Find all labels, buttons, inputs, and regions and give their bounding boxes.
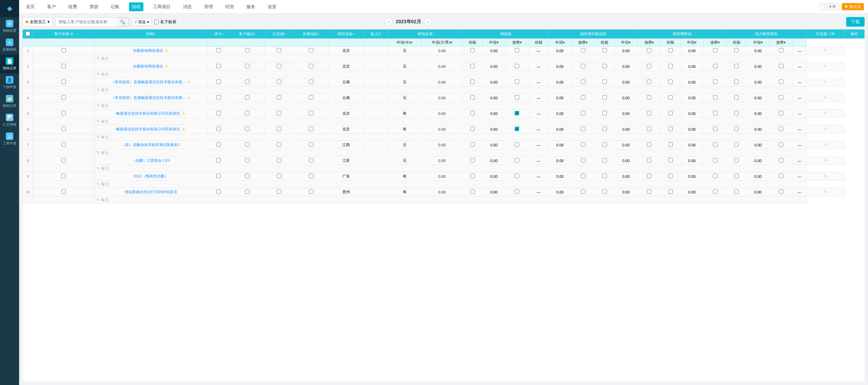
jyfj-apply-checkbox[interactable] xyxy=(647,95,651,100)
cwh-apply-checkbox[interactable] xyxy=(581,142,585,147)
nav-jingying[interactable]: 经营 xyxy=(223,2,237,11)
name-checkbox[interactable] xyxy=(154,20,159,24)
nav-gongshang[interactable]: 工商项目 xyxy=(150,2,173,11)
sidebar-item-gongshangnianba[interactable]: 🗂 工商年报 xyxy=(0,130,19,148)
jyfj-pay-checkbox[interactable] xyxy=(668,174,673,178)
search-button[interactable]: 🔍 xyxy=(117,18,129,26)
nav-xiaoxiao[interactable]: 消息 xyxy=(180,2,195,11)
edit-icon[interactable]: ✎ xyxy=(824,127,827,132)
caibao-annual-checkbox[interactable] xyxy=(470,142,475,147)
dffjj-pay-checkbox[interactable] xyxy=(734,127,739,131)
jyfj-apply-checkbox[interactable] xyxy=(647,174,651,178)
fullscreen-btn[interactable]: ⛶ 全屏 xyxy=(821,3,839,10)
cwh-pay-checkbox[interactable] xyxy=(602,142,607,147)
th-yhs-apply[interactable]: 申报▾ xyxy=(746,39,770,47)
yhs-apply-checkbox[interactable] xyxy=(779,189,783,194)
edit-note-icon[interactable]: ✎ xyxy=(97,103,100,108)
yhs-apply-checkbox[interactable] xyxy=(779,111,783,115)
company-link[interactable]: 勿删新锐网络通信 xyxy=(133,48,163,53)
dffjj-apply-checkbox[interactable] xyxy=(713,95,717,100)
qingka-checkbox[interactable] xyxy=(245,80,250,84)
qingka-checkbox[interactable] xyxy=(245,142,250,147)
zzs-apply-checkbox[interactable] xyxy=(515,111,519,115)
jyfj-apply-checkbox[interactable] xyxy=(647,189,651,194)
th-jyfj-apply[interactable]: 申报▾ xyxy=(614,39,638,47)
qingka-checkbox[interactable] xyxy=(245,174,250,178)
employee-filter[interactable]: 全部员工 ▾ xyxy=(23,17,53,27)
next-month-btn[interactable]: › xyxy=(424,18,432,26)
cwh-apply-checkbox[interactable] xyxy=(581,174,585,178)
nav-kehu[interactable]: 客户 xyxy=(44,2,59,11)
company-link[interactable]: （库存核算）直播畅捷通信息技术股份有限... xyxy=(111,96,185,100)
nav-baoshui[interactable]: 报税 xyxy=(129,2,143,11)
zzs-apply-checkbox[interactable] xyxy=(515,174,519,178)
chaoshui-checkbox[interactable] xyxy=(216,142,221,147)
cwh-pay-checkbox[interactable] xyxy=(602,48,607,53)
vip-btn[interactable]: ▶ 畅会员 xyxy=(842,3,864,10)
dffjj-apply-checkbox[interactable] xyxy=(713,127,717,131)
caibao-annual-checkbox[interactable] xyxy=(470,189,475,194)
edit-icon[interactable]: ✎ xyxy=(824,48,827,53)
cwh-pay-checkbox[interactable] xyxy=(602,158,607,162)
cwh-pay-checkbox[interactable] xyxy=(602,127,607,131)
chaoshui-checkbox[interactable] xyxy=(216,158,221,162)
jyfj-pay-checkbox[interactable] xyxy=(668,111,673,115)
yiwancheng-checkbox[interactable] xyxy=(309,174,313,178)
caibao-annual-checkbox[interactable] xyxy=(470,127,475,131)
cwh-apply-checkbox[interactable] xyxy=(581,127,585,131)
row-checkbox-4[interactable] xyxy=(61,111,66,115)
cwh-pay-checkbox[interactable] xyxy=(602,64,607,68)
jyfj-apply-checkbox[interactable] xyxy=(647,142,651,147)
edit-icon[interactable]: ✎ xyxy=(824,142,827,147)
company-link[interactable]: 2013（陶美劳勿删） xyxy=(133,174,168,178)
cwh-apply-checkbox[interactable] xyxy=(581,95,585,100)
zzs-apply-checkbox[interactable] xyxy=(515,64,519,68)
dffjj-pay-checkbox[interactable] xyxy=(734,80,739,84)
dffjj-pay-checkbox[interactable] xyxy=(734,189,739,194)
row-checkbox-1[interactable] xyxy=(61,64,66,68)
zzs-apply-checkbox[interactable] xyxy=(515,95,519,100)
yiwancheng-checkbox[interactable] xyxy=(309,142,313,147)
cwh-apply-checkbox[interactable] xyxy=(581,189,585,194)
cwh-pay-checkbox[interactable] xyxy=(602,189,607,194)
kehuqueren-checkbox[interactable] xyxy=(277,127,281,131)
jyfj-pay-checkbox[interactable] xyxy=(668,80,673,84)
company-link[interactable]: 勿删新锐网络通信 xyxy=(133,64,163,68)
qingka-checkbox[interactable] xyxy=(245,127,250,131)
chaoshui-checkbox[interactable] xyxy=(216,111,221,115)
yiwancheng-checkbox[interactable] xyxy=(309,111,313,115)
dffjj-apply-checkbox[interactable] xyxy=(713,142,717,147)
kehuqueren-checkbox[interactable] xyxy=(277,158,281,162)
sidebar-item-huizongmingxi[interactable]: 📊 汇总明细 xyxy=(0,111,19,130)
company-link[interactable]: （勿删）江西股金-LSS xyxy=(132,158,170,162)
dffjj-pay-checkbox[interactable] xyxy=(734,48,739,53)
sidebar-item-baoshuijilu[interactable]: 📄 报税记录 xyxy=(0,55,19,73)
qingka-checkbox[interactable] xyxy=(245,95,250,100)
jyfj-apply-checkbox[interactable] xyxy=(647,80,651,84)
company-link[interactable]: （库存核算）直播畅捷通信息技术股份有限... xyxy=(111,80,185,84)
th-cwh-apply[interactable]: 申报▾ xyxy=(549,39,572,47)
nav-shouye[interactable]: 首页 xyxy=(23,2,38,11)
chaoshui-checkbox[interactable] xyxy=(216,48,221,53)
caibao-annual-checkbox[interactable] xyxy=(470,64,475,68)
kehuqueren-checkbox[interactable] xyxy=(277,64,281,68)
edit-note-icon[interactable]: ✎ xyxy=(97,88,100,92)
jyfj-apply-checkbox[interactable] xyxy=(647,48,651,53)
yiwancheng-checkbox[interactable] xyxy=(309,64,313,68)
jyfj-apply-checkbox[interactable] xyxy=(647,111,651,115)
chaoshui-checkbox[interactable] xyxy=(216,127,221,131)
cwh-pay-checkbox[interactable] xyxy=(602,111,607,115)
th-caibao-annual[interactable]: 申报(年)▾ xyxy=(388,39,421,47)
zzs-apply-checkbox[interactable] xyxy=(515,127,519,131)
cwh-apply-checkbox[interactable] xyxy=(581,48,585,53)
column-settings-icon[interactable]: ⚙ xyxy=(70,32,73,36)
yhs-apply-checkbox[interactable] xyxy=(779,80,783,84)
select-all-checkbox[interactable] xyxy=(26,31,30,36)
dffjj-apply-checkbox[interactable] xyxy=(713,64,717,68)
kehuqueren-checkbox[interactable] xyxy=(277,48,281,53)
edit-note-icon[interactable]: ✎ xyxy=(97,198,100,202)
kehuqueren-checkbox[interactable] xyxy=(277,95,281,100)
jyfj-apply-checkbox[interactable] xyxy=(647,158,651,162)
th-yhs-pay[interactable]: 缴费▾ xyxy=(770,39,793,47)
cwh-apply-checkbox[interactable] xyxy=(581,111,585,115)
